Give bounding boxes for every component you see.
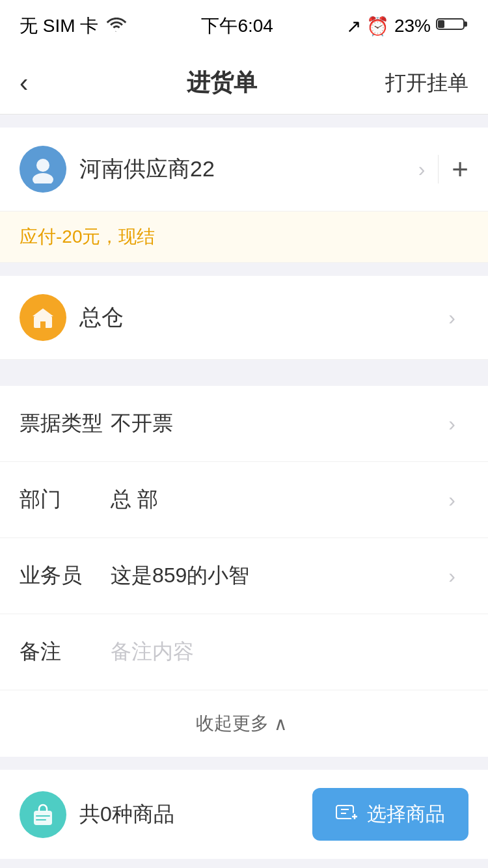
collapse-icon: ∧ xyxy=(274,713,288,735)
time-display: 下午6:04 xyxy=(201,14,273,38)
alarm-icon: ⏰ xyxy=(366,16,389,37)
battery-text: 23% xyxy=(394,16,431,36)
remark-label: 备注 xyxy=(20,638,111,666)
svg-rect-7 xyxy=(40,321,46,328)
svg-point-3 xyxy=(36,159,49,172)
svg-rect-1 xyxy=(464,21,467,27)
invoice-type-value: 不开票 xyxy=(111,409,448,438)
remark-row[interactable]: 备注 备注内容 xyxy=(0,614,488,690)
status-bar: 无 SIM 卡 下午6:04 ↗ ⏰ 23% xyxy=(0,0,488,52)
salesperson-chevron: › xyxy=(448,564,455,588)
notice-text: 应付-20元，现结 xyxy=(20,226,155,247)
status-right: ↗ ⏰ 23% xyxy=(346,16,468,37)
warehouse-section: 总仓 › xyxy=(0,276,488,360)
salesperson-row[interactable]: 业务员 这是859的小智 › xyxy=(0,538,488,614)
salesperson-label: 业务员 xyxy=(20,562,111,590)
add-supplier-button[interactable]: + xyxy=(438,155,468,183)
department-row[interactable]: 部门 总 部 › xyxy=(0,462,488,538)
nav-bar: ‹ 进货单 打开挂单 xyxy=(0,52,488,115)
product-section: 共0种商品 选择商品 xyxy=(0,770,488,859)
select-product-button[interactable]: 选择商品 xyxy=(312,788,468,841)
supplier-divider xyxy=(0,263,488,276)
page-bottom xyxy=(0,859,488,868)
product-bag-icon xyxy=(20,791,66,838)
form-section: 票据类型 不开票 › 部门 总 部 › 业务员 这是859的小智 › 备注 备注… xyxy=(0,386,488,757)
back-button[interactable]: ‹ xyxy=(20,68,59,98)
carrier-text: 无 SIM 卡 xyxy=(20,14,98,38)
svg-point-4 xyxy=(33,173,53,183)
department-chevron: › xyxy=(448,488,455,512)
select-product-label: 选择商品 xyxy=(367,801,445,828)
select-product-icon xyxy=(336,803,359,826)
bottom-divider xyxy=(0,757,488,770)
invoice-type-row[interactable]: 票据类型 不开票 › xyxy=(0,386,488,462)
remark-placeholder: 备注内容 xyxy=(111,638,468,666)
warehouse-name: 总仓 xyxy=(79,303,448,332)
svg-marker-6 xyxy=(33,308,53,316)
warehouse-divider xyxy=(0,360,488,373)
battery-icon xyxy=(436,16,468,36)
collapse-label: 收起更多 xyxy=(196,711,269,736)
warehouse-chevron-icon: › xyxy=(448,306,455,330)
supplier-name: 河南供应商22 xyxy=(79,154,418,184)
supplier-avatar xyxy=(20,146,66,193)
department-label: 部门 xyxy=(20,485,111,514)
svg-rect-8 xyxy=(34,811,52,825)
notice-banner: 应付-20元，现结 xyxy=(0,211,488,263)
top-divider xyxy=(0,115,488,128)
invoice-type-chevron: › xyxy=(448,412,455,436)
open-pending-button[interactable]: 打开挂单 xyxy=(385,69,468,98)
page-title: 进货单 xyxy=(187,67,257,99)
supplier-row[interactable]: 河南供应商22 › + xyxy=(0,128,488,211)
location-icon: ↗ xyxy=(346,16,361,37)
product-count-label: 共0种商品 xyxy=(79,800,312,829)
warehouse-row[interactable]: 总仓 › xyxy=(0,276,488,360)
collapse-button[interactable]: 收起更多 ∧ xyxy=(0,690,488,757)
invoice-type-label: 票据类型 xyxy=(20,409,111,438)
svg-rect-2 xyxy=(438,20,444,28)
supplier-chevron-icon: › xyxy=(418,157,426,182)
product-row: 共0种商品 选择商品 xyxy=(0,770,488,859)
salesperson-value: 这是859的小智 xyxy=(111,562,448,590)
department-value: 总 部 xyxy=(111,485,448,514)
wifi-icon xyxy=(105,16,128,36)
supplier-section: 河南供应商22 › + 应付-20元，现结 xyxy=(0,128,488,263)
warehouse-icon xyxy=(20,294,66,341)
status-left: 无 SIM 卡 xyxy=(20,14,128,38)
